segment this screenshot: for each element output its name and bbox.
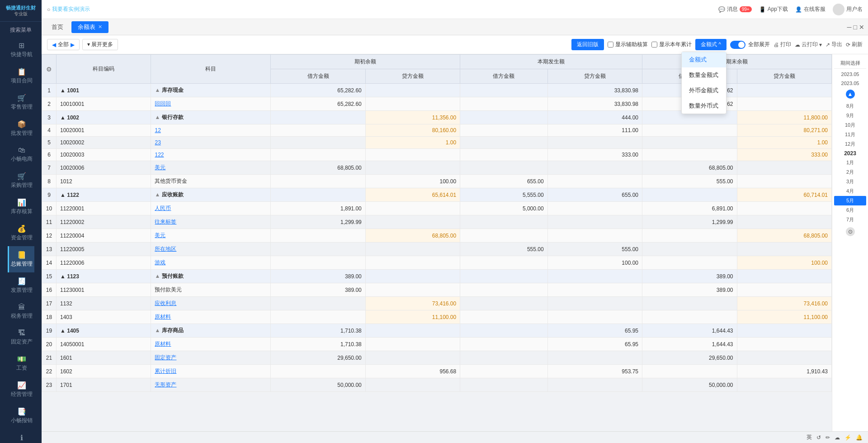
dropdown-item-foreign-amount[interactable]: 外币金额式	[682, 83, 726, 98]
month-item-10月[interactable]: 10月	[834, 120, 866, 130]
row-no: 2	[42, 97, 57, 111]
sidebar-item-invoice[interactable]: 🧾发票管理	[8, 272, 34, 299]
sidebar-item-quick-nav[interactable]: ⊞快捷导航	[8, 37, 34, 63]
sidebar-item-assets[interactable]: 🏗固定资产	[8, 324, 34, 350]
row-no: 3	[42, 111, 57, 124]
sidebar-item-tax[interactable]: 🏛税务管理	[8, 299, 34, 324]
sidebar-item-ledger[interactable]: 📒总账管理	[8, 246, 34, 272]
row-subject: 其他货币资金	[151, 175, 271, 188]
settings-icon[interactable]: ⚙	[46, 66, 52, 73]
row-opening-credit: 80,160.00	[365, 124, 460, 137]
lang-btn[interactable]: 英	[807, 433, 812, 441]
dropdown-item-amount[interactable]: 金额式	[682, 52, 726, 67]
sidebar-item-small-sales[interactable]: 📑小畅报销	[8, 403, 34, 429]
row-opening-credit: 956.68	[365, 365, 460, 378]
sidebar-item-retail[interactable]: 🛒零售管理	[8, 89, 34, 115]
sidebar-item-purchase[interactable]: 🛒采购管理	[8, 167, 34, 194]
sidebar-item-ecommerce[interactable]: 🛍小畅电商	[8, 142, 34, 167]
dropdown-item-qty-foreign[interactable]: 数量外币式	[682, 98, 726, 114]
period-down-btn[interactable]: ⊙	[846, 227, 855, 236]
row-period-debit: 555.00	[460, 243, 547, 256]
month-item-8月[interactable]: 8月	[834, 101, 866, 111]
row-opening-credit	[365, 378, 460, 392]
month-item-1月[interactable]: 1月	[834, 158, 866, 167]
show-annual-checkbox[interactable]: 显示本年累计	[651, 41, 692, 48]
expand-more-btn[interactable]: ▾ 展开更多	[82, 39, 118, 50]
minimize-btn[interactable]: ─	[847, 24, 852, 31]
invoice-icon: 🧾	[11, 277, 33, 286]
row-code: 1602	[57, 365, 151, 378]
row-period-debit	[460, 283, 547, 297]
sidebar-item-capital[interactable]: 💰资金管理	[8, 220, 34, 246]
maximize-btn[interactable]: □	[854, 24, 857, 31]
return-old-btn[interactable]: 返回旧版	[571, 39, 604, 50]
messages-btn[interactable]: 💬 消息 99+	[718, 5, 752, 13]
sidebar-item-payroll[interactable]: 💵工资	[8, 350, 34, 376]
edit-bottom-btn[interactable]: ✏	[826, 434, 830, 441]
month-item-4月[interactable]: 4月	[834, 186, 866, 196]
row-closing-credit	[737, 351, 832, 365]
month-item-11月[interactable]: 11月	[834, 130, 866, 139]
table-row: 12 11220004 美元 68,805.00 68,805.00	[42, 229, 832, 243]
search-menu[interactable]: 搜索菜单	[0, 22, 42, 37]
row-no: 23	[42, 378, 57, 392]
month-item-6月[interactable]: 6月	[834, 205, 866, 215]
annual-checkbox-input[interactable]	[651, 42, 657, 48]
month-item-5月[interactable]: 5月	[834, 196, 866, 205]
sync-bottom-btn[interactable]: ⚡	[844, 434, 851, 441]
row-closing-debit: 50,000.00	[642, 378, 737, 392]
row-code: 10010001	[57, 97, 151, 111]
row-period-debit	[460, 270, 547, 283]
all-filter-btn[interactable]: ◀ 全部 ▶	[47, 39, 80, 50]
export-btn[interactable]: ↗导出	[826, 41, 842, 48]
refresh-bottom-btn[interactable]: ↺	[816, 434, 821, 441]
row-period-debit	[460, 310, 547, 324]
period-up-btn[interactable]: ▲	[846, 90, 855, 99]
row-code: 1701	[57, 378, 151, 392]
tab-balance[interactable]: 余额表 ✕	[71, 21, 108, 33]
col-opening-debit: 借方金额	[271, 69, 365, 84]
col-period-header: 本期发生额	[460, 55, 642, 69]
cloud-bottom-btn[interactable]: ☁	[835, 434, 840, 441]
notice-bottom-btn[interactable]: 🔔	[856, 434, 863, 441]
tab-home[interactable]: 首页	[45, 21, 70, 33]
sidebar-item-base-info[interactable]: ℹ基础信息	[8, 429, 34, 443]
row-closing-credit: 11,100.00	[737, 310, 832, 324]
amount-style-btn[interactable]: 金额式 ^	[695, 39, 726, 50]
topbar-right: 💬 消息 99+ 📱 App下载 👤 在线客服 用户名	[718, 4, 863, 15]
app-download-btn[interactable]: 📱 App下载	[759, 5, 788, 13]
sidebar-item-operations[interactable]: 📈经营管理	[8, 376, 34, 403]
month-item-7月[interactable]: 7月	[834, 215, 866, 224]
assist-checkbox-input[interactable]	[608, 42, 613, 48]
row-closing-debit	[642, 149, 737, 161]
expand-all-switch[interactable]: 全部展开	[730, 41, 770, 49]
month-item-3月[interactable]: 3月	[834, 177, 866, 186]
sidebar-item-inventory[interactable]: 📊库存核算	[8, 194, 34, 220]
month-item-2月[interactable]: 2月	[834, 167, 866, 177]
row-code: 10020001	[57, 124, 151, 137]
demo-link[interactable]: ○ App下载 我要看实例演示	[47, 5, 90, 13]
print-btn[interactable]: 🖨打印	[774, 41, 791, 48]
row-subject: 人民币	[151, 202, 271, 215]
row-subject: 12	[151, 124, 271, 137]
close-btn[interactable]: ✕	[859, 24, 864, 31]
user-avatar[interactable]: 用户名	[833, 4, 863, 15]
show-assist-checkbox[interactable]: 显示辅助核算	[608, 41, 648, 48]
row-closing-debit: 1,299.99	[642, 215, 737, 229]
dropdown-item-qty-amount[interactable]: 数量金额式	[682, 67, 726, 83]
row-closing-credit	[737, 338, 832, 351]
month-item-12月[interactable]: 12月	[834, 139, 866, 149]
cloud-print-btn[interactable]: ☁云打印▾	[795, 41, 822, 48]
tab-close-icon[interactable]: ✕	[98, 24, 102, 30]
sidebar-item-wholesale[interactable]: 📦批发管理	[8, 115, 34, 142]
row-no: 9	[42, 188, 57, 202]
col-settings[interactable]: ⚙	[42, 55, 57, 84]
row-subject: 回回回	[151, 97, 271, 111]
expand-toggle[interactable]	[730, 41, 745, 49]
online-service-btn[interactable]: 👤 在线客服	[795, 5, 826, 13]
sidebar-item-project-contract[interactable]: 📋项目合同	[8, 63, 34, 89]
month-item-2023[interactable]: 2023	[834, 149, 866, 158]
month-item-9月[interactable]: 9月	[834, 111, 866, 120]
row-period-credit	[547, 175, 642, 188]
refresh-btn[interactable]: ⟳刷新	[846, 41, 863, 48]
